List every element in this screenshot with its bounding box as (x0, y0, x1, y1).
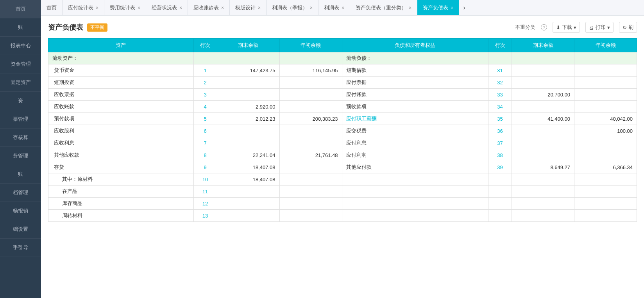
liability-name: 应付利润 (342, 149, 488, 161)
period-end-value2 (512, 101, 574, 113)
tab-template-design[interactable]: 模版设计 × (230, 0, 267, 16)
row-number2: 38 (488, 149, 512, 161)
header-liability: 负债和所有者权益 (342, 39, 488, 52)
row-number: 12 (193, 198, 217, 210)
tab-close-balance-reclassified[interactable]: × (409, 5, 411, 11)
period-end-value: 2,920.00 (217, 101, 279, 113)
tab-operations[interactable]: 经营状况表 × (146, 0, 188, 16)
tab-expense-stats[interactable]: 费用统计表 × (104, 0, 146, 16)
period-end-value (217, 137, 279, 149)
header-asset: 资产 (48, 39, 194, 52)
asset-name: 短期投资 (48, 77, 194, 89)
no-reclassify-label: 不重分类 (515, 24, 535, 31)
sidebar-item-archive[interactable]: 档管理 (0, 184, 41, 202)
tab-close-operations[interactable]: × (179, 5, 182, 11)
tab-close-expense-stats[interactable]: × (138, 5, 140, 11)
tab-payable-stats[interactable]: 应付统计表 × (63, 0, 104, 16)
tab-profit-quarterly[interactable]: 利润表（季报） × (267, 0, 318, 16)
sidebar-item-report-center[interactable]: 报表中心 (0, 37, 41, 55)
sidebar-item-fund-mgmt[interactable]: 资金管理 (0, 55, 41, 73)
sidebar-item-home[interactable]: 首页 (0, 0, 41, 18)
download-button[interactable]: ⬇ 下载 ▾ (553, 22, 580, 33)
liability-name: 应付票据 (342, 77, 488, 89)
year-start-value (279, 77, 342, 89)
row-number2: 32 (488, 77, 512, 89)
row-number2: 36 (488, 125, 512, 137)
header-period-end2: 期末余额 (512, 39, 574, 52)
year-start-value (279, 89, 342, 101)
liability-name: 应付职工薪酬 (342, 113, 488, 125)
row-number2 (488, 173, 512, 186)
tab-close-template-design[interactable]: × (258, 5, 261, 11)
tab-balance-reclassified[interactable]: 资产负债表（重分类） × (350, 0, 417, 16)
refresh-button[interactable]: ↻ 刷 (619, 22, 637, 33)
tab-balance-sheet[interactable]: 资产负债表 × (417, 0, 459, 16)
liability-name: 预收款项 (342, 101, 488, 113)
year-start-value (279, 186, 342, 198)
liability-name: 应付利息 (342, 137, 488, 149)
row-number: 10 (193, 173, 217, 186)
year-start-value (279, 173, 342, 186)
tab-home[interactable]: 首页 (41, 0, 63, 16)
year-start-value: 116,145.95 (279, 64, 342, 77)
page-header: 资产负债表 不平衡 不重分类 ? ⬇ 下载 ▾ 🖨 打印 ▾ ↻ 刷 (48, 22, 637, 33)
print-button[interactable]: 🖨 打印 ▾ (585, 22, 614, 33)
year-start-value (279, 161, 342, 173)
year-start-value2 (574, 198, 637, 210)
tab-more-button[interactable]: › (459, 0, 469, 16)
row-number: 4 (193, 101, 217, 113)
liability-name (342, 173, 488, 186)
row-number: 3 (193, 89, 217, 101)
tab-close-payable-stats[interactable]: × (96, 5, 98, 11)
tab-close-balance-sheet[interactable]: × (451, 5, 453, 11)
row-number: 13 (193, 210, 217, 222)
content-area: 资产负债表 不平衡 不重分类 ? ⬇ 下载 ▾ 🖨 打印 ▾ ↻ 刷 (41, 16, 644, 298)
row-number: 8 (193, 149, 217, 161)
tab-profit[interactable]: 利润表 × (318, 0, 350, 16)
sidebar-item-ledger[interactable]: 账 (0, 18, 41, 37)
period-end-value: 2,012.23 (217, 113, 279, 125)
section-right-label: 流动负债： (342, 52, 488, 64)
tab-close-profit[interactable]: × (342, 5, 344, 11)
tab-close-profit-quarterly[interactable]: × (310, 5, 313, 11)
year-start-value2 (574, 210, 637, 222)
asset-name: 应收股利 (48, 125, 194, 137)
year-start-value2: 6,366.34 (574, 161, 637, 173)
tab-close-receivable-aging[interactable]: × (221, 5, 224, 11)
year-start-value2 (574, 137, 637, 149)
row-number2: 39 (488, 161, 512, 173)
year-start-value2 (574, 89, 637, 101)
sidebar-item-settings[interactable]: 础设置 (0, 220, 41, 239)
sidebar-item-account2[interactable]: 账 (0, 165, 41, 184)
asset-name: 存货 (48, 161, 194, 173)
liability-name: 应交税费 (342, 125, 488, 137)
sidebar-item-guide[interactable]: 手引导 (0, 239, 41, 257)
period-end-value (217, 198, 279, 210)
year-start-value2 (574, 149, 637, 161)
sidebar-item-expense[interactable]: 畅报销 (0, 202, 41, 220)
period-end-value: 18,407.08 (217, 161, 279, 173)
sidebar-item-capital[interactable]: 资 (0, 92, 41, 110)
sidebar-item-ticket-mgmt[interactable]: 票管理 (0, 110, 41, 128)
tab-receivable-aging[interactable]: 应收账龄表 × (188, 0, 230, 16)
sidebar-item-fixed-assets[interactable]: 固定资产 (0, 73, 41, 92)
period-end-value2: 8,649.27 (512, 161, 574, 173)
liability-name: 应付账款 (342, 89, 488, 101)
period-end-value: 18,407.08 (217, 173, 279, 186)
period-end-value: 147,423.75 (217, 64, 279, 77)
help-icon[interactable]: ? (541, 24, 547, 30)
row-number: 1 (193, 64, 217, 77)
asset-name: 应收票据 (48, 89, 194, 101)
header-year-start: 年初余额 (279, 39, 342, 52)
period-end-value (217, 186, 279, 198)
sidebar-item-inventory[interactable]: 存核算 (0, 128, 41, 147)
sidebar-item-tax-mgmt[interactable]: 务管理 (0, 147, 41, 165)
period-end-value2 (512, 125, 574, 137)
period-end-value2: 20,700.00 (512, 89, 574, 101)
year-start-value (279, 101, 342, 113)
main-area: 首页 应付统计表 × 费用统计表 × 经营状况表 × 应收账龄表 × 模版设计 … (41, 0, 644, 298)
period-end-value2 (512, 77, 574, 89)
row-number: 9 (193, 161, 217, 173)
period-end-value (217, 89, 279, 101)
asset-name: 其中：原材料 (48, 173, 194, 186)
